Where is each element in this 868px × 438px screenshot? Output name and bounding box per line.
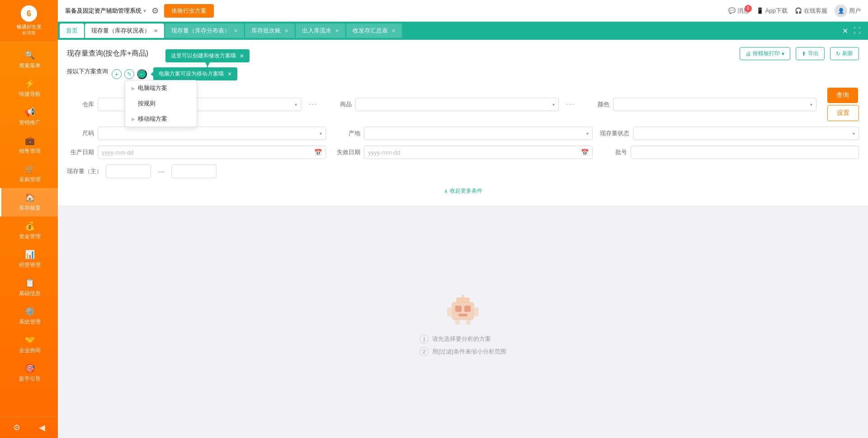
svg-rect-2	[464, 306, 471, 312]
tabbar-controls: ✕ ⛶	[840, 25, 866, 37]
inv-status-select[interactable]: ▾	[633, 127, 859, 140]
exp-date-cal-icon[interactable]: 📅	[581, 149, 589, 156]
sidebar-item-purchase[interactable]: 🛒 采购管理	[0, 160, 58, 188]
tab-inventory-dist[interactable]: 现存量（库存分布表） ✕	[165, 24, 244, 38]
btn-template-print-label: 按模板打印	[753, 50, 780, 57]
print-icon: 🖨	[745, 51, 751, 57]
field-batch: 批号	[600, 146, 859, 159]
empty-state: 1 请先选择要分析的方案 2 用[过滤]条件来缩小分析范围	[58, 206, 868, 438]
message-btn[interactable]: 💬 消息 6	[728, 7, 749, 15]
online-support-btn[interactable]: 🎧 在线客服	[795, 7, 827, 15]
sidebar-item-sales[interactable]: 💼 销售管理	[0, 131, 58, 160]
logo-text: 畅通好生意	[17, 24, 42, 30]
scheme-item-mobile-label: 移动端方案	[138, 115, 167, 123]
sidebar-item-finance[interactable]: 💰 资金管理	[0, 217, 58, 245]
filter-edit-btn[interactable]: ✎	[124, 69, 134, 79]
inv-amount-to[interactable]	[171, 165, 217, 178]
origin-select[interactable]: ▾	[364, 127, 592, 140]
size-arrow-icon: ▾	[320, 131, 322, 136]
svg-rect-1	[455, 306, 462, 312]
field-prod-date: 生产日期 yyyy-mm-dd 📅	[67, 146, 326, 159]
scheme-item-rule[interactable]: 按规则	[125, 96, 197, 111]
size-select[interactable]: ▾	[98, 127, 326, 140]
collapse-bar[interactable]: ∧ 收起更多条件	[67, 184, 859, 198]
sidebar-item-inventory-label: 库存核算	[19, 204, 41, 212]
color-select[interactable]: ▾	[613, 98, 816, 111]
sidebar-item-operations-label: 经营管理	[19, 261, 41, 269]
chevron-down-icon: ▾	[143, 8, 146, 14]
sidebar-item-operations[interactable]: 📊 经营管理	[0, 245, 58, 273]
sidebar-item-marketing[interactable]: 📢 营销推广	[0, 103, 58, 131]
sidebar-item-finance-label: 资金管理	[19, 233, 41, 240]
sidebar-nav: 🔍 搜索菜单 ⚡ 快捷导航 📢 营销推广 💼 销售管理 🛒 采购管理 🏠 库存核…	[0, 42, 58, 417]
filter-back-btn[interactable]: ←	[137, 69, 147, 79]
sidebar-item-search[interactable]: 🔍 搜索菜单	[0, 46, 58, 74]
origin-arrow-icon: ▾	[586, 131, 589, 136]
sidebar-item-guide-label: 新手引导	[19, 375, 41, 383]
btn-query[interactable]: 查询	[827, 88, 858, 103]
sidebar-item-basic[interactable]: 📋 基础信息	[0, 273, 58, 302]
inv-status-arrow-icon: ▾	[853, 131, 855, 136]
edit-tooltip-close[interactable]: ✕	[240, 53, 244, 59]
sidebar-item-search-label: 搜索菜单	[19, 62, 41, 70]
filter-label: 按以下方案查询	[67, 67, 108, 75]
sidebar-item-enterprise[interactable]: 🤝 企业协同	[0, 330, 58, 359]
exp-date-input[interactable]: yyyy-mm-dd 📅	[364, 146, 592, 159]
btn-set[interactable]: 设置	[827, 105, 859, 121]
tab-recv-summary[interactable]: 收发存汇总表 ✕	[346, 24, 402, 38]
batch-input[interactable]	[631, 146, 859, 159]
sidebar-collapse-btn[interactable]: ◀	[39, 423, 45, 433]
exp-date-placeholder: yyyy-mm-dd	[368, 149, 400, 156]
scheme-item-desktop-label: 电脑端方案	[138, 84, 167, 92]
scheme-item-desktop[interactable]: ▶ 电脑端方案	[125, 80, 197, 96]
goods-select[interactable]: ▾	[355, 98, 559, 111]
tab-close-all-btn[interactable]: ✕	[840, 25, 850, 37]
goods-more-btn[interactable]: ···	[566, 100, 575, 108]
topbar-settings-icon[interactable]: ⚙	[151, 6, 159, 16]
btn-export[interactable]: ⬆ 导出	[796, 47, 825, 60]
tab-batch-account[interactable]: 库存批次账 ✕	[245, 24, 295, 38]
field-inv-status: 现存量状态 ▾	[600, 127, 859, 140]
chevron-print-icon: ▾	[782, 51, 784, 57]
tab-home-label: 首页	[66, 27, 78, 35]
tab-inventory-status-close[interactable]: ✕	[154, 28, 158, 34]
tab-inout-flow-close[interactable]: ✕	[335, 28, 339, 34]
sidebar-item-system[interactable]: ⚙️ 系统管理	[0, 302, 58, 330]
tab-home[interactable]: 首页	[60, 24, 84, 38]
prod-date-cal-icon[interactable]: 📅	[314, 149, 322, 156]
svg-rect-0	[452, 302, 474, 320]
sidebar-item-inventory[interactable]: 🏠 库存核算	[0, 188, 58, 217]
solution-button[interactable]: 体验行业方案	[164, 4, 214, 18]
scheme-item-mobile[interactable]: ▶ 移动端方案	[125, 111, 197, 127]
system-name-dropdown[interactable]: 装备及固定资产辅助管理系统 ▾	[65, 7, 146, 15]
svg-rect-6	[447, 307, 452, 316]
app-download-label: App下载	[765, 7, 788, 15]
tab-inventory-dist-close[interactable]: ✕	[234, 28, 238, 34]
topbar: 装备及固定资产辅助管理系统 ▾ ⚙ 体验行业方案 💬 消息 6 📱 App下载 …	[58, 0, 868, 22]
tab-fullscreen-btn[interactable]: ⛶	[852, 25, 863, 37]
chevron-right-icon2: ▶	[132, 117, 135, 122]
tab-batch-account-close[interactable]: ✕	[284, 28, 288, 34]
prod-date-input[interactable]: yyyy-mm-dd 📅	[98, 146, 326, 159]
app-download-btn[interactable]: 📱 App下载	[756, 7, 788, 15]
user-btn[interactable]: 👤 用户	[835, 5, 861, 17]
warehouse-arrow-icon: ▾	[295, 102, 297, 107]
batch-label: 批号	[600, 148, 627, 156]
tab-inventory-status[interactable]: 现存量（库存状况表） ✕	[85, 24, 164, 38]
sidebar-item-guide[interactable]: 🎯 新手引导	[0, 359, 58, 387]
collapse-chevron-icon: ∧	[444, 188, 448, 194]
sidebar-item-quicknav[interactable]: ⚡ 快捷导航	[0, 74, 58, 103]
tab-inout-flow[interactable]: 出入库流水 ✕	[296, 24, 345, 38]
sidebar-settings-btn[interactable]: ⚙	[13, 423, 20, 433]
tab-recv-summary-close[interactable]: ✕	[392, 28, 396, 34]
inv-amount-from[interactable]	[106, 165, 151, 178]
topbar-left: 装备及固定资产辅助管理系统 ▾ ⚙ 体验行业方案	[65, 4, 214, 18]
btn-template-print[interactable]: 🖨 按模板打印 ▾	[740, 47, 790, 60]
search-icon: 🔍	[25, 50, 35, 60]
filter-add-btn[interactable]: +	[112, 69, 122, 79]
edit-tooltip-container: 这里可以创建和修改方案哦 ✕	[165, 49, 250, 73]
warehouse-more-btn[interactable]: ···	[308, 100, 317, 108]
btn-refresh[interactable]: ↻ 刷新	[830, 47, 859, 60]
field-inv-amount: 现存量（主） —	[67, 165, 230, 178]
purchase-icon: 🛒	[25, 164, 35, 174]
